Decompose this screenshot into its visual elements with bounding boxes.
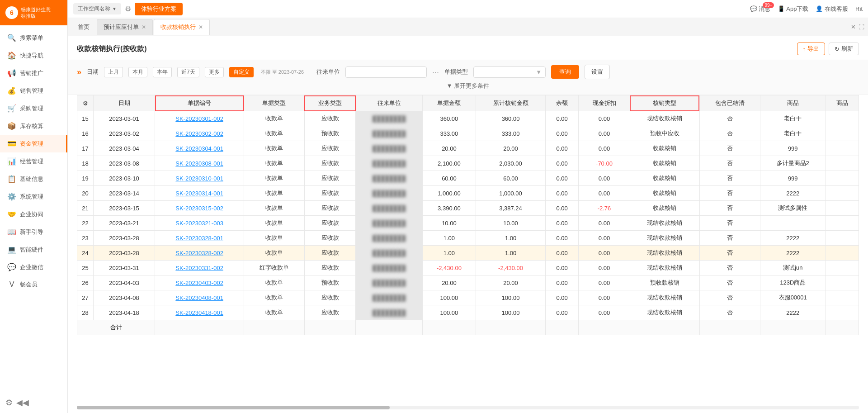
sidebar-item-sales[interactable]: 💰销售管理 xyxy=(0,82,67,100)
th-gear[interactable]: ⚙ xyxy=(77,95,94,111)
cell-id: 17 xyxy=(77,141,94,156)
sidebar-item-hardware[interactable]: 💻智能硬件 xyxy=(0,241,67,258)
cell-include-closed: 否 xyxy=(699,261,760,275)
doc-no-link[interactable]: SK-20230403-002 xyxy=(175,280,223,286)
sidebar-item-inventory[interactable]: 📦库存核算 xyxy=(0,117,67,135)
inventory-icon: 📦 xyxy=(7,122,16,130)
cell-balance: 0.00 xyxy=(546,290,579,305)
doc-no-link[interactable]: SK-20230331-002 xyxy=(175,265,223,271)
cell-doc-no[interactable]: SK-20230315-002 xyxy=(155,201,244,216)
doc-no-link[interactable]: SK-20230302-002 xyxy=(175,130,223,137)
export-button[interactable]: ↑ 导出 xyxy=(797,43,826,55)
sidebar-item-operation[interactable]: 📊经营管理 xyxy=(0,152,67,170)
tab-close-prepay[interactable]: ✕ xyxy=(142,24,146,30)
sidebar-item-basic[interactable]: 📋基础信息 xyxy=(0,170,67,188)
cell-write-off: 1.00 xyxy=(476,231,546,246)
app-download[interactable]: 📱 App下载 xyxy=(778,5,808,13)
cell-doc-no[interactable]: SK-20230331-002 xyxy=(155,261,244,275)
doc-no-link[interactable]: SK-20230308-001 xyxy=(175,160,223,167)
doc-no-link[interactable]: SK-20230314-001 xyxy=(175,190,223,197)
cell-doc-type: 收款单 xyxy=(244,201,305,216)
tab-close-receipt[interactable]: ✕ xyxy=(198,24,203,30)
tab-prepay[interactable]: 预计应应付单 ✕ xyxy=(97,19,153,35)
sidebar-item-search[interactable]: 🔍搜索菜单 xyxy=(0,29,67,47)
cell-doc-no[interactable]: SK-20230403-002 xyxy=(155,275,244,290)
cell-doc-no[interactable]: SK-20230328-001 xyxy=(155,231,244,246)
cell-include-closed: 否 xyxy=(699,275,760,290)
sidebar-item-wechat[interactable]: 💬企业微信 xyxy=(0,258,67,276)
sidebar-item-purchase[interactable]: 🛒采购管理 xyxy=(0,100,67,117)
date-btn-this-year[interactable]: 本年 xyxy=(153,67,172,77)
doc-no-link[interactable]: SK-20230315-002 xyxy=(175,205,223,212)
cell-write-off: 3,387.24 xyxy=(476,201,546,216)
tab-close-all-icon[interactable]: ✕ xyxy=(851,24,856,30)
counterpart-input[interactable] xyxy=(345,66,427,78)
cell-counterpart: ████████ xyxy=(356,126,422,141)
refresh-icon: ↻ xyxy=(835,46,840,52)
expand-conditions[interactable]: ▼ 展开更多条件 xyxy=(77,79,859,90)
date-btn-last-month[interactable]: 上月 xyxy=(104,67,123,77)
refresh-button[interactable]: ↻ 刷新 xyxy=(829,43,859,55)
tab-expand-icon[interactable]: ⛶ xyxy=(859,24,864,30)
cell-doc-no[interactable]: SK-20230302-002 xyxy=(155,126,244,141)
collapse-icon[interactable]: ◀◀ xyxy=(16,398,29,408)
settings-bottom-icon[interactable]: ⚙ xyxy=(5,398,13,408)
date-btn-this-month[interactable]: 本月 xyxy=(128,67,147,77)
member-icon: V xyxy=(7,280,16,289)
cell-doc-no[interactable]: SK-20230308-001 xyxy=(155,156,244,171)
horizontal-scrollbar[interactable] xyxy=(77,406,859,409)
doc-no-link[interactable]: SK-20230418-001 xyxy=(175,309,223,316)
solution-button[interactable]: 体验行业方案 xyxy=(135,3,183,15)
cell-doc-no[interactable]: SK-20230328-002 xyxy=(155,246,244,261)
online-service[interactable]: 👤 在线客服 xyxy=(816,5,848,13)
date-btn-more[interactable]: 更多 xyxy=(205,67,224,77)
user-info[interactable]: Rit xyxy=(855,5,863,12)
table-row: 152023-03-01SK-20230301-002收款单应收款███████… xyxy=(77,111,859,126)
gear-icon[interactable]: ⚙ xyxy=(125,5,131,13)
cell-doc-no[interactable]: SK-20230310-001 xyxy=(155,171,244,186)
cell-counterpart: ████████ xyxy=(356,111,422,126)
single-type-select[interactable]: ▼ xyxy=(473,66,546,78)
sidebar-item-finance[interactable]: 💳资金管理 xyxy=(0,135,67,152)
sidebar-item-corp[interactable]: 🤝企业协同 xyxy=(0,205,67,223)
tab-home[interactable]: 首页 xyxy=(71,19,96,35)
cell-doc-no[interactable]: SK-20230304-001 xyxy=(155,141,244,156)
cell-doc-no[interactable]: SK-20230314-001 xyxy=(155,186,244,201)
filter-toggle-button[interactable]: » xyxy=(77,67,81,77)
sidebar-item-system[interactable]: ⚙️系统管理 xyxy=(0,188,67,205)
doc-no-link[interactable]: SK-20230301-002 xyxy=(175,115,223,122)
cell-balance: 0.00 xyxy=(546,171,579,186)
sidebar-item-member[interactable]: V畅会员 xyxy=(0,276,67,293)
date-btn-7days[interactable]: 近7天 xyxy=(177,67,199,77)
sidebar-item-marketing[interactable]: 📢营销推广 xyxy=(0,64,67,82)
doc-no-link[interactable]: SK-20230304-001 xyxy=(175,145,223,152)
footer-biz-type xyxy=(304,320,356,335)
cell-biz-type: 预收款 xyxy=(304,126,356,141)
cell-include-closed: 否 xyxy=(699,171,760,186)
date-range-display: 不限 至 2023-07-26 xyxy=(261,69,304,76)
workspace-selector[interactable]: 工作空间名称 ▼ xyxy=(73,3,121,14)
doc-no-link[interactable]: SK-20230321-003 xyxy=(175,220,223,227)
cell-cash-disc: 0.00 xyxy=(579,246,630,261)
cell-product1 xyxy=(760,216,826,231)
doc-no-link[interactable]: SK-20230328-002 xyxy=(175,250,223,256)
cell-doc-no[interactable]: SK-20230408-001 xyxy=(155,290,244,305)
doc-no-link[interactable]: SK-20230310-001 xyxy=(175,175,223,182)
doc-no-link[interactable]: SK-20230408-001 xyxy=(175,294,223,301)
scrollbar-thumb[interactable] xyxy=(77,406,390,409)
doc-no-link[interactable]: SK-20230328-001 xyxy=(175,235,223,242)
cell-doc-no[interactable]: SK-20230301-002 xyxy=(155,111,244,126)
tab-receipt[interactable]: 收款核销执行 ✕ xyxy=(154,19,210,35)
cell-counterpart: ████████ xyxy=(356,216,422,231)
query-button[interactable]: 查询 xyxy=(551,65,579,79)
cell-product2 xyxy=(826,201,859,216)
sidebar-item-guide[interactable]: 📖新手引导 xyxy=(0,223,67,241)
cell-doc-no[interactable]: SK-20230321-003 xyxy=(155,216,244,231)
message-badge[interactable]: 💬 消息 99+ xyxy=(750,5,771,13)
cell-doc-no[interactable]: SK-20230418-001 xyxy=(155,305,244,320)
date-btn-custom[interactable]: 自定义 xyxy=(229,67,254,77)
settings-button[interactable]: 设置 xyxy=(585,65,610,79)
cell-product1: 测试jun xyxy=(760,261,826,275)
sidebar-item-quick[interactable]: 🏠快捷导航 xyxy=(0,47,67,64)
cell-id: 26 xyxy=(77,275,94,290)
